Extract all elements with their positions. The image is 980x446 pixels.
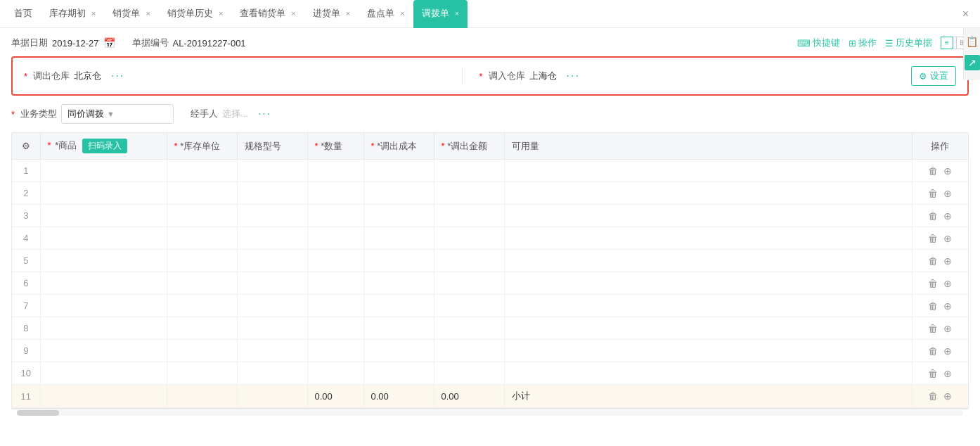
delete-row-button[interactable]: 🗑 (928, 165, 938, 177)
cell-spec[interactable] (237, 317, 307, 340)
tab-close-inventory-check[interactable]: × (400, 9, 404, 18)
cell-spec[interactable] (237, 272, 307, 295)
delete-row-button[interactable]: 🗑 (928, 233, 938, 244)
cell-spec[interactable] (237, 295, 307, 317)
cell-cost[interactable] (363, 272, 434, 295)
window-close-button[interactable]: × (957, 8, 974, 20)
cell-available[interactable] (504, 272, 912, 295)
cell-spec[interactable] (237, 182, 307, 205)
cell-cost[interactable] (363, 182, 434, 205)
tab-inventory-check[interactable]: 盘点单 × (359, 0, 413, 28)
cell-available[interactable]: 小计 (504, 385, 912, 408)
cell-amount[interactable] (434, 340, 504, 362)
cell-available[interactable] (504, 362, 912, 385)
cell-qty[interactable] (307, 362, 363, 385)
cell-qty[interactable] (307, 317, 363, 340)
cell-cost[interactable] (363, 160, 434, 182)
warehouse-out-value[interactable]: 北京仓 (74, 70, 101, 82)
cell-qty[interactable] (307, 250, 363, 272)
cell-qty[interactable] (307, 295, 363, 317)
cell-product[interactable] (40, 205, 167, 227)
handler-placeholder[interactable]: 选择... (222, 108, 248, 120)
delete-row-button[interactable]: 🗑 (928, 300, 938, 312)
cell-cost[interactable] (363, 317, 434, 340)
operation-button[interactable]: ⊞ 操作 (849, 37, 877, 49)
delete-row-button[interactable]: 🗑 (928, 255, 938, 267)
copy-row-button[interactable]: ⊕ (943, 300, 952, 312)
cell-spec[interactable] (237, 385, 307, 408)
delete-row-button[interactable]: 🗑 (928, 368, 938, 379)
sidebar-doc-icon[interactable]: 📋 (965, 34, 980, 49)
cell-product[interactable] (40, 227, 167, 250)
cell-cost[interactable] (363, 295, 434, 317)
cell-product[interactable] (40, 272, 167, 295)
cell-available[interactable] (504, 340, 912, 362)
copy-row-button[interactable]: ⊕ (943, 188, 952, 199)
cell-amount[interactable] (434, 250, 504, 272)
copy-row-button[interactable]: ⊕ (943, 390, 952, 402)
tab-close-sales-history[interactable]: × (219, 9, 223, 18)
cell-available[interactable] (504, 205, 912, 227)
cell-product[interactable] (40, 385, 167, 408)
cell-available[interactable] (504, 317, 912, 340)
cell-amount[interactable] (434, 182, 504, 205)
cell-product[interactable] (40, 362, 167, 385)
tab-close-view-sales[interactable]: × (291, 9, 295, 18)
cell-unit[interactable] (167, 385, 237, 408)
cell-amount[interactable] (434, 227, 504, 250)
cell-qty[interactable] (307, 272, 363, 295)
warehouse-in-more-button[interactable]: ··· (567, 70, 580, 82)
copy-row-button[interactable]: ⊕ (943, 323, 952, 334)
cell-cost[interactable] (363, 362, 434, 385)
tab-home[interactable]: 首页 (6, 0, 41, 28)
cell-product[interactable] (40, 317, 167, 340)
cell-unit[interactable] (167, 205, 237, 227)
cell-amount[interactable]: 0.00 (434, 385, 504, 408)
copy-row-button[interactable]: ⊕ (943, 165, 952, 177)
tab-close-transfer[interactable]: × (455, 9, 459, 18)
th-settings[interactable]: ⚙ (12, 133, 40, 160)
cell-product[interactable] (40, 182, 167, 205)
delete-row-button[interactable]: 🗑 (928, 210, 938, 222)
warehouse-out-more-button[interactable]: ··· (111, 70, 124, 82)
cell-amount[interactable] (434, 272, 504, 295)
cell-amount[interactable] (434, 317, 504, 340)
cell-product[interactable] (40, 340, 167, 362)
cell-qty[interactable] (307, 160, 363, 182)
cell-spec[interactable] (237, 205, 307, 227)
scrollbar-thumb[interactable] (17, 410, 59, 416)
cell-qty[interactable] (307, 340, 363, 362)
cell-spec[interactable] (237, 160, 307, 182)
delete-row-button[interactable]: 🗑 (928, 188, 938, 199)
cell-qty[interactable] (307, 227, 363, 250)
cell-unit[interactable] (167, 250, 237, 272)
tab-close-purchase[interactable]: × (346, 9, 350, 18)
cell-qty[interactable] (307, 205, 363, 227)
copy-row-button[interactable]: ⊕ (943, 210, 952, 222)
cell-qty[interactable]: 0.00 (307, 385, 363, 408)
cell-cost[interactable]: 0.00 (363, 385, 434, 408)
delete-row-button[interactable]: 🗑 (928, 390, 938, 402)
business-type-select[interactable]: 同价调拨 ▼ (61, 104, 174, 124)
cell-available[interactable] (504, 227, 912, 250)
horizontal-scrollbar[interactable] (11, 409, 969, 416)
tab-close-inventory-init[interactable]: × (91, 9, 96, 18)
copy-row-button[interactable]: ⊕ (943, 368, 952, 379)
cell-spec[interactable] (237, 250, 307, 272)
tab-transfer[interactable]: 调拨单 × (413, 0, 468, 28)
cell-unit[interactable] (167, 272, 237, 295)
cell-product[interactable] (40, 295, 167, 317)
cell-unit[interactable] (167, 182, 237, 205)
tab-purchase[interactable]: 进货单 × (304, 0, 359, 28)
cell-cost[interactable] (363, 205, 434, 227)
cell-unit[interactable] (167, 362, 237, 385)
cell-cost[interactable] (363, 250, 434, 272)
cell-cost[interactable] (363, 227, 434, 250)
cell-qty[interactable] (307, 182, 363, 205)
tab-sales-order[interactable]: 销货单 × (104, 0, 158, 28)
copy-row-button[interactable]: ⊕ (943, 345, 952, 357)
cell-spec[interactable] (237, 340, 307, 362)
copy-row-button[interactable]: ⊕ (943, 233, 952, 244)
history-button[interactable]: ☰ 历史单据 (885, 37, 932, 49)
cell-amount[interactable] (434, 160, 504, 182)
